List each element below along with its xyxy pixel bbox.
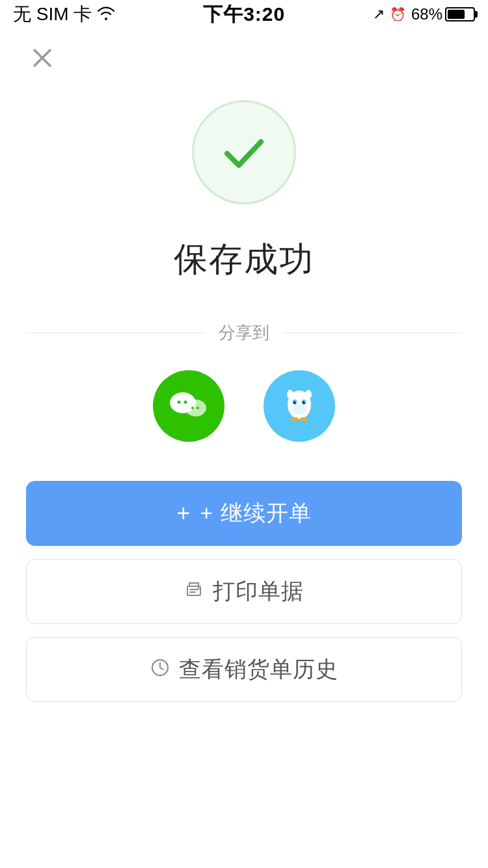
success-title: 保存成功 (174, 237, 314, 282)
carrier-text: 无 SIM 卡 (13, 2, 92, 27)
checkmark-icon (218, 126, 270, 178)
svg-point-14 (304, 401, 305, 402)
close-icon (31, 46, 54, 70)
page-content: 保存成功 分享到 (0, 29, 488, 868)
battery-indicator: 68% (411, 5, 475, 23)
share-label: 分享到 (219, 321, 269, 344)
print-icon (184, 579, 204, 604)
svg-point-3 (185, 400, 206, 416)
status-right-icons: ↗ ⏰ 68% (373, 5, 475, 23)
continue-label: + 继续开单 (200, 498, 311, 528)
share-divider-row: 分享到 (26, 321, 462, 344)
continue-plus-icon: + (176, 500, 191, 527)
actions-section: + + 继续开单 打印单据 (26, 481, 462, 702)
location-icon: ↗ (373, 6, 385, 23)
carrier-info: 无 SIM 卡 (13, 2, 115, 27)
svg-point-6 (191, 407, 194, 409)
close-button[interactable] (26, 42, 59, 74)
svg-rect-23 (189, 591, 196, 593)
battery-percentage: 68% (411, 5, 442, 23)
continue-button[interactable]: + + 继续开单 (26, 481, 462, 546)
status-bar: 无 SIM 卡 下午3:20 ↗ ⏰ 68% (0, 0, 488, 29)
history-button[interactable]: 查看销货单历史 (26, 637, 462, 702)
battery-bar (445, 7, 475, 21)
wifi-icon (97, 4, 115, 25)
qq-share-button[interactable] (264, 370, 335, 442)
svg-point-16 (293, 405, 306, 415)
svg-point-24 (198, 587, 200, 589)
divider-left (26, 332, 206, 333)
svg-point-17 (291, 417, 299, 421)
share-section: 分享到 (26, 321, 462, 442)
history-label: 查看销货单历史 (179, 655, 338, 685)
success-circle (192, 100, 296, 204)
wechat-icon (166, 383, 211, 429)
svg-point-20 (305, 390, 312, 399)
wechat-share-button[interactable] (153, 370, 224, 442)
svg-point-19 (287, 390, 293, 399)
alarm-icon: ⏰ (390, 7, 406, 22)
svg-point-18 (300, 417, 308, 421)
print-label: 打印单据 (213, 576, 304, 606)
svg-point-7 (197, 407, 199, 409)
current-time: 下午3:20 (203, 1, 285, 28)
svg-point-4 (178, 401, 181, 404)
divider-right (282, 332, 462, 333)
battery-fill (448, 10, 465, 19)
share-icons-row (153, 370, 335, 442)
qq-icon (278, 385, 321, 427)
svg-point-5 (184, 401, 187, 404)
print-button[interactable]: 打印单据 (26, 559, 462, 624)
svg-point-11 (295, 401, 296, 402)
history-icon (150, 657, 170, 683)
svg-rect-22 (189, 589, 198, 590)
